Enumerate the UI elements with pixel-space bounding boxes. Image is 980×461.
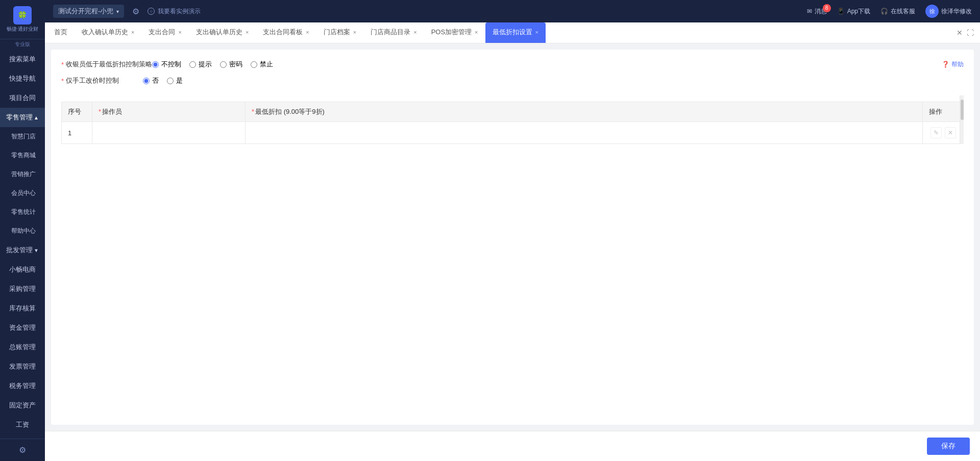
- arrow-up-icon: ▲: [34, 115, 39, 120]
- edit-button[interactable]: ✎: [930, 127, 942, 138]
- help-icon: ❓: [942, 61, 949, 68]
- bottom-bar: 保存: [45, 431, 980, 461]
- sidebar-item-help[interactable]: 帮助中心: [0, 222, 45, 240]
- tab-home[interactable]: 首页: [47, 22, 75, 43]
- option-label: 否: [152, 76, 159, 85]
- top-bar-right: ✉ 消息 8 📱 App下载 🎧 在线客服 徐 徐泽华修改: [807, 5, 972, 18]
- sidebar-item-tax[interactable]: 税务管理: [0, 376, 45, 396]
- save-button[interactable]: 保存: [927, 438, 970, 455]
- project-selector[interactable]: 测试分开完程-小兜 ▾: [53, 5, 124, 18]
- sidebar-item-fund[interactable]: 资金管理: [0, 318, 45, 337]
- user-name: 徐泽华修改: [941, 7, 972, 16]
- edition-label: 专业版: [0, 39, 45, 50]
- sidebar-item-ledger[interactable]: 总账管理: [0, 337, 45, 357]
- close-icon[interactable]: ×: [306, 29, 309, 35]
- sidebar-item-label: 批发管理: [6, 246, 33, 255]
- close-icon[interactable]: ×: [413, 29, 416, 35]
- sidebar-item-marketing[interactable]: 营销推广: [0, 165, 45, 184]
- project-name: 测试分开完程-小兜: [58, 7, 113, 16]
- sidebar-item-ecommerce[interactable]: 小畅电商: [0, 260, 45, 279]
- radio-forbid[interactable]: [251, 61, 257, 68]
- user-info[interactable]: 徐 徐泽华修改: [925, 5, 972, 18]
- main-area: 测试分开完程-小兜 ▾ ⚙ ○ 我要看实例演示 ✉ 消息 8 📱 App下载 🎧…: [45, 0, 980, 461]
- close-icon[interactable]: ×: [353, 29, 356, 35]
- sidebar-item-search[interactable]: 搜索菜单: [0, 50, 45, 69]
- option-password[interactable]: 密码: [220, 60, 242, 69]
- manual-price-row: * 仅手工改价时控制 否 是: [61, 76, 964, 85]
- table-row: 1 ✎ ✕: [62, 122, 964, 144]
- radio-yes[interactable]: [167, 78, 174, 84]
- radio-no-control[interactable]: [152, 61, 159, 68]
- demo-circle-icon: ○: [148, 8, 155, 15]
- app-label: App下载: [847, 7, 870, 16]
- app-icon: 📱: [837, 8, 845, 15]
- topbar-settings-icon[interactable]: ⚙: [132, 7, 139, 16]
- form-section: * 收银员低于最低折扣控制策略 不控制 提示: [61, 60, 964, 85]
- demo-link[interactable]: ○ 我要看实例演示: [148, 7, 201, 16]
- col-seq-header: 序号: [62, 102, 92, 122]
- tab-payment-confirm[interactable]: 支出确认单历史 ×: [189, 22, 256, 43]
- sidebar-item-label: 零售管理: [6, 113, 33, 122]
- option-forbid[interactable]: 禁止: [251, 60, 273, 69]
- close-tab-btn[interactable]: ✕: [957, 29, 963, 37]
- message-button[interactable]: ✉ 消息 8: [807, 7, 827, 16]
- close-icon[interactable]: ×: [131, 29, 134, 35]
- sidebar-item-project[interactable]: 项目合同: [0, 88, 45, 108]
- close-icon[interactable]: ×: [535, 29, 538, 35]
- tab-min-discount[interactable]: 最低折扣设置 ×: [485, 22, 546, 43]
- option-no[interactable]: 否: [143, 76, 159, 85]
- message-icon: ✉: [807, 8, 812, 15]
- demo-text: 我要看实例演示: [158, 7, 201, 16]
- sidebar-item-shortcut[interactable]: 快捷导航: [0, 69, 45, 88]
- sidebar-item-purchase[interactable]: 采购管理: [0, 279, 45, 299]
- col-discount-header: *最低折扣 (9.00等于9折): [246, 102, 923, 122]
- radio-password[interactable]: [220, 61, 227, 68]
- settings-icon[interactable]: ⚙: [19, 446, 26, 454]
- sidebar-item-retail-mall[interactable]: 零售商城: [0, 146, 45, 165]
- option-label: 禁止: [260, 60, 273, 69]
- close-icon[interactable]: ×: [475, 29, 478, 35]
- option-label: 提示: [199, 60, 212, 69]
- sidebar-item-inventory[interactable]: 库存核算: [0, 299, 45, 318]
- option-no-control[interactable]: 不控制: [152, 60, 181, 69]
- col-operator-header: *操作员: [92, 102, 246, 122]
- sidebar-item-payroll[interactable]: 工资: [0, 415, 45, 434]
- tab-payment-board[interactable]: 支出合同看板 ×: [256, 22, 316, 43]
- radio-remind[interactable]: [189, 61, 196, 68]
- sidebar-bottom: ⚙: [0, 439, 45, 461]
- help-button[interactable]: ❓ 帮助: [942, 60, 964, 69]
- expand-tab-btn[interactable]: ⛶: [967, 29, 974, 37]
- radio-no[interactable]: [143, 78, 150, 84]
- manual-price-options: 否 是: [143, 76, 183, 85]
- tab-pos-security[interactable]: POS加密管理 ×: [424, 22, 485, 43]
- tab-store-product[interactable]: 门店商品目录 ×: [363, 22, 424, 43]
- support-button[interactable]: 🎧 在线客服: [880, 7, 915, 16]
- option-remind[interactable]: 提示: [189, 60, 212, 69]
- help-label: 帮助: [951, 60, 964, 69]
- sidebar-item-wholesale[interactable]: 批发管理 ▼: [0, 240, 45, 260]
- tab-payment-contract[interactable]: 支出合同 ×: [141, 22, 188, 43]
- option-yes[interactable]: 是: [167, 76, 183, 85]
- sidebar-item-member[interactable]: 会员中心: [0, 184, 45, 203]
- message-badge: 8: [823, 4, 831, 12]
- sidebar-item-assets[interactable]: 固定资产: [0, 396, 45, 415]
- sidebar-item-retail-stats[interactable]: 零售统计: [0, 203, 45, 222]
- logo-text: 畅捷·通好业财: [4, 26, 41, 33]
- tab-store-file[interactable]: 门店档案 ×: [316, 22, 363, 43]
- sidebar-item-invoice[interactable]: 发票管理: [0, 357, 45, 376]
- close-icon[interactable]: ×: [178, 29, 181, 35]
- tab-bar: 首页 收入确认单历史 × 支出合同 × 支出确认单历史 × 支出合同看板 × 门…: [45, 22, 980, 43]
- close-icon[interactable]: ×: [246, 29, 249, 35]
- tab-income-confirm[interactable]: 收入确认单历史 ×: [75, 22, 141, 43]
- sidebar-item-retail[interactable]: 零售管理 ▲: [0, 108, 45, 127]
- cell-seq: 1: [62, 122, 92, 144]
- delete-button[interactable]: ✕: [945, 127, 956, 138]
- label-text: 仅手工改价时控制: [66, 76, 119, 85]
- logo-area: 🍀 畅捷·通好业财: [0, 0, 45, 39]
- tab-label: 支出确认单历史: [196, 28, 242, 37]
- arrow-down-icon: ▼: [34, 248, 39, 253]
- sidebar-item-smart-store[interactable]: 智慧门店: [0, 127, 45, 146]
- content-panel: * 收银员低于最低折扣控制策略 不控制 提示: [51, 50, 974, 425]
- app-download-button[interactable]: 📱 App下载: [837, 7, 870, 16]
- option-label: 密码: [229, 60, 242, 69]
